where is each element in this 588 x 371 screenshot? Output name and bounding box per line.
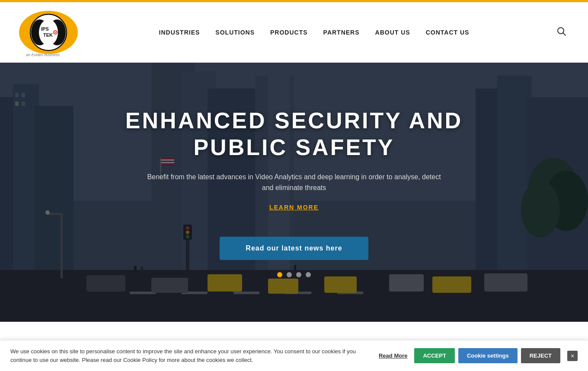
- nav-item-products[interactable]: PRODUCTS: [262, 25, 316, 40]
- svg-text:TEK: TEK: [43, 32, 53, 38]
- learn-more-link[interactable]: LEARN MORE: [269, 204, 319, 211]
- hero-title: ENHANCED SECURITY AND PUBLIC SAFETY: [125, 107, 463, 161]
- svg-line-12: [563, 33, 566, 35]
- search-button[interactable]: [553, 22, 571, 43]
- carousel-dot-4[interactable]: [306, 272, 311, 277]
- nav-item-solutions[interactable]: SOLUTIONS: [208, 25, 262, 40]
- carousel-dot-3[interactable]: [296, 272, 301, 277]
- header: IPS TEK an Eviden business INDUSTRIES SO…: [0, 2, 588, 63]
- nav-item-industries[interactable]: INDUSTRIES: [151, 25, 208, 40]
- news-button[interactable]: Read our latest news here: [220, 237, 368, 260]
- carousel-dot-2[interactable]: [287, 272, 292, 277]
- svg-text:IPS: IPS: [41, 26, 49, 32]
- nav-item-partners[interactable]: PARTNERS: [316, 25, 368, 40]
- hero-section: ENHANCED SECURITY AND PUBLIC SAFETY Bene…: [0, 63, 588, 322]
- hero-subtitle: Benefit from the latest advances in Vide…: [147, 171, 441, 193]
- hero-carousel-dots: [277, 272, 311, 277]
- logo[interactable]: IPS TEK an Eviden business: [17, 9, 80, 56]
- svg-point-8: [55, 32, 56, 33]
- hero-content: ENHANCED SECURITY AND PUBLIC SAFETY Bene…: [0, 63, 588, 322]
- main-nav: INDUSTRIES SOLUTIONS PRODUCTS PARTNERS A…: [151, 25, 477, 40]
- nav-item-contact-us[interactable]: CONTACT US: [418, 25, 477, 40]
- svg-text:an Eviden business: an Eviden business: [26, 53, 60, 57]
- search-icon: [557, 27, 566, 36]
- carousel-dot-1[interactable]: [277, 272, 282, 277]
- nav-item-about-us[interactable]: ABOUT US: [368, 25, 418, 40]
